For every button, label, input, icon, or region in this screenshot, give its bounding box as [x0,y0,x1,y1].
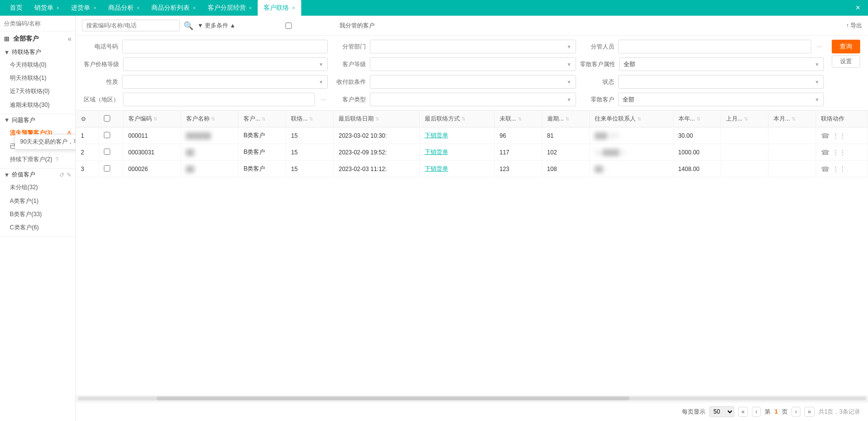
tab-purchase[interactable]: 进货单 × [65,0,102,16]
sidebar-item-class-b[interactable]: B类客户(33) [0,208,75,221]
filter-button[interactable]: ▼ 更多条件 ▲ [197,22,236,30]
cell-checkbox[interactable] [98,161,123,177]
filter-region-select[interactable] [123,93,315,106]
my-customers-checkbox[interactable] [240,23,338,29]
settings-button[interactable]: 设置 [832,55,860,68]
filter-status-select[interactable]: ▼ [618,75,824,89]
horizontal-scrollbar[interactable] [76,395,868,402]
sidebar-item-today[interactable]: 今天待联络(0) [0,58,75,72]
scroll-thumb[interactable] [157,396,629,400]
first-page-button[interactable]: « [738,407,748,417]
cell-last-method[interactable]: 下销货单 [419,161,494,177]
query-button[interactable]: 查询 [832,40,860,53]
action-more-icon[interactable]: ⋮⋮ [832,149,846,156]
close-purchase-tab[interactable]: × [93,0,96,16]
sort-icon-this-year[interactable]: ⇅ [697,116,700,122]
filter-customer-type-select[interactable]: ▼ [370,93,576,106]
edit-icon[interactable]: ✎ [67,172,72,178]
filter-region: 区域（地区） ··· [84,93,328,106]
search-input[interactable] [82,20,180,31]
sidebar-item-week7[interactable]: 近7天待联络(0) [0,85,75,98]
tab-product-analysis[interactable]: 商品分析 × [102,0,145,16]
prev-page-button[interactable]: ‹ [752,407,761,417]
filter-region-label: 区域（地区） [84,96,119,104]
th-last-method: 最后联络方式⇅ [419,111,494,127]
close-customer-segment-tab[interactable]: × [249,0,252,16]
filter-person-dots[interactable]: ··· [815,43,824,50]
sort-icon-this-month[interactable]: ⇅ [792,116,796,122]
search-button[interactable]: 🔍 [184,21,193,30]
cell-last-method[interactable]: 下销货单 [419,144,494,161]
collapse-icon[interactable]: « [68,35,72,43]
window-close-button[interactable]: × [852,3,864,12]
close-product-analysis-tab[interactable]: × [137,0,140,16]
sort-icon-code[interactable]: ⇅ [153,116,157,122]
close-sales-tab[interactable]: × [56,0,59,16]
filter-retail-attr-select[interactable]: 全部 ▼ [619,57,824,71]
filter-region-dots[interactable]: ··· [319,96,328,103]
cell-name: ██ [181,161,239,177]
filter-phone-input[interactable] [122,40,328,53]
th-settings[interactable]: ⚙ [76,111,98,127]
filter-dept-select[interactable]: ▼ [370,40,576,53]
sidebar-all-customers[interactable]: ⊞ 全部客户 « [0,31,75,46]
filter-icon: ▼ [197,22,203,29]
refresh-icon[interactable]: ↺ [59,172,64,178]
sort-icon-contact[interactable]: ⇅ [309,116,313,122]
tab-home[interactable]: 首页 [4,0,28,16]
sidebar-item-overdue[interactable]: 逾期未联络(30) [0,99,75,112]
sidebar-group-value-title[interactable]: ▼ 价值客户 ↺ ✎ [0,169,75,181]
per-page-select[interactable]: 50 20 100 [709,406,734,417]
filter-person-select[interactable] [618,40,811,53]
action-more-icon[interactable]: ⋮⋮ [832,132,846,140]
close-customer-contact-tab[interactable]: × [292,0,295,16]
sort-icon-uncontacted[interactable]: ⇅ [518,116,522,122]
settings-icon[interactable]: ⚙ [81,116,86,123]
next-page-button[interactable]: › [792,407,800,417]
sort-icon-last-method[interactable]: ⇅ [461,116,465,122]
row-checkbox-0[interactable] [104,132,110,138]
sidebar-item-declining[interactable]: 持续下滑客户(2) ? [0,153,75,166]
action-phone-icon[interactable]: ☎ [821,149,829,156]
my-customers-label[interactable]: 我分管的客户 [240,22,375,30]
sort-icon-overdue[interactable]: ⇅ [565,116,569,122]
filter-row-3: 性质 ▼ 收付款条件 ▼ [84,75,824,89]
tab-customer-segment[interactable]: 客户分层经营 × [202,0,258,16]
action-more-icon[interactable]: ⋮⋮ [832,165,846,173]
filter-payment-select[interactable]: ▼ [370,75,576,89]
filter-nature-select[interactable]: ▼ [122,75,328,89]
filter-customer-level-label: 客户等级 [332,60,366,69]
sidebar-search-input[interactable] [4,20,76,27]
close-product-analysis-list-tab[interactable]: × [193,0,195,16]
export-button[interactable]: ↑ 导出 [846,22,862,30]
sidebar-item-class-c[interactable]: C类客户(6) [0,221,75,234]
filter-customer-level-select[interactable]: ▼ [370,57,576,71]
select-all-checkbox[interactable] [104,115,110,122]
tab-product-analysis-list[interactable]: 商品分析列表 × [145,0,201,16]
sidebar-item-tomorrow[interactable]: 明天待联络(1) [0,72,75,85]
sort-icon-name[interactable]: ⇅ [211,116,215,122]
last-page-button[interactable]: » [804,407,815,417]
chevron-down-icon2: ▼ [318,62,323,67]
filter-retail-attr: 零散客户属性 全部 ▼ [580,57,824,71]
sort-icon-last-date[interactable]: ⇅ [375,116,379,122]
row-checkbox-1[interactable] [104,149,110,155]
cell-checkbox[interactable] [98,127,123,144]
sort-icon-last-month[interactable]: ⇅ [744,116,748,122]
tab-customer-contact[interactable]: 客户联络 × [258,0,301,16]
sidebar-item-class-a[interactable]: A类客户(1) [0,195,75,208]
action-phone-icon[interactable]: ☎ [821,132,829,140]
sidebar-group-churn-title[interactable]: ▼ 问题客户 [0,114,75,126]
cell-last-method[interactable]: 下销货单 [419,127,494,144]
sidebar-group-pending-title[interactable]: ▼ 待联络客户 [0,46,75,58]
tab-sales[interactable]: 销货单 × [28,0,65,16]
sort-icon-unit[interactable]: ⇅ [637,116,641,122]
sort-icon-type[interactable]: ⇅ [262,116,265,122]
cell-type: B类客户 [239,144,286,161]
cell-checkbox[interactable] [98,144,123,161]
row-checkbox-2[interactable] [104,165,110,172]
filter-retail-customer-select[interactable]: 全部 ▼ [618,93,824,106]
action-phone-icon[interactable]: ☎ [821,165,829,173]
sidebar-item-ungrouped[interactable]: 未分组(32) [0,181,75,194]
filter-price-level-select[interactable]: ▼ [123,57,328,71]
